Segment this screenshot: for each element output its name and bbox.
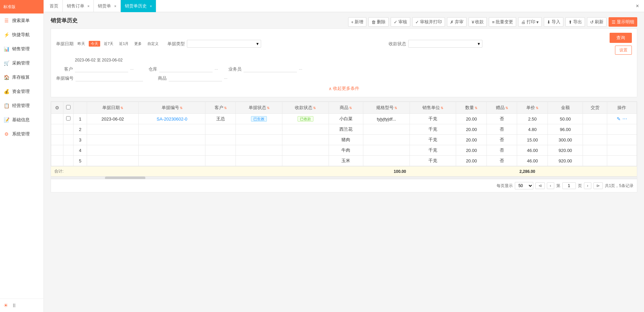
sidebar-item-sys-mgmt[interactable]: ⚙ 系统管理 [0,127,44,141]
doc-no-link-1[interactable]: SA-20230602-0 [157,116,187,122]
filter-warehouse-input[interactable] [159,66,213,72]
filter-warehouse-dots[interactable]: ··· [215,67,218,72]
sidebar-item-purchase-mgmt[interactable]: 🛒 采购管理 [0,56,44,70]
th-customer[interactable]: 客户 ⇅ [205,102,236,114]
th-doc-no[interactable]: 单据编号 ⇅ [139,102,205,114]
td-doc-date-1: 2023-06-02 [87,114,139,124]
td-unit-price-1: 2.50 [517,114,548,124]
filter-goods-input[interactable] [169,75,222,81]
collapse-button[interactable]: ∧ 收起更多条件 [327,84,361,93]
tab-sales-history[interactable]: 销货单历史 × [121,0,156,12]
date-range-options: 昨天 今天 近7天 近1月 更多 自定义 [76,41,161,47]
search-menu-icon: ☰ [3,18,9,24]
abandon-button[interactable]: ✗ 弃审 [447,17,467,27]
filter-customer-input[interactable] [75,66,128,72]
date-custom[interactable]: 自定义 [145,41,161,47]
collect-icon: ¥ [472,20,474,25]
next-page-btn[interactable]: › [584,182,591,189]
page-size-select[interactable]: 50 100 200 [515,182,533,189]
filter-doc-type-select[interactable]: ▾ [187,40,261,48]
th-spec[interactable]: 规格型号 ⇅ [363,102,410,114]
filter-customer-dots[interactable]: ··· [130,67,134,72]
collect-button[interactable]: ¥ 收款 [469,17,487,27]
query-button[interactable]: 查询 [610,33,632,43]
date-yesterday[interactable]: 昨天 [76,41,87,47]
sort-collect-status-icon: ⇅ [313,106,316,110]
settings-icon[interactable]: ⚙ [55,105,59,110]
date-7days[interactable]: 近7天 [102,41,115,47]
td-unit-price-3: 15.00 [517,135,548,145]
th-qty[interactable]: 数量 ⇅ [456,102,487,114]
horizontal-scrollbar[interactable] [51,176,637,179]
th-goods[interactable]: 商品 ⇅ [329,102,363,114]
sidebar-item-label-operations: 经营管理 [12,103,30,109]
sidebar-item-search-menu[interactable]: ☰ 搜索菜单 [0,14,44,28]
filter-salesperson: 业务员 ··· [225,66,302,72]
th-settings[interactable]: ⚙ [51,102,63,114]
sidebar-item-sales-mgmt[interactable]: 📊 销售管理 [0,42,44,56]
batch-change-button[interactable]: ≡ 批量变更 [489,17,516,27]
export-button[interactable]: ⬆ 导出 [565,17,585,27]
td-settings-5 [51,156,63,166]
prev-page-btn[interactable]: ‹ [547,182,554,189]
th-gift[interactable]: 赠品 ⇅ [487,102,517,114]
refresh-icon: ↺ [590,20,594,25]
purchase-mgmt-icon: 🛒 [3,60,9,66]
row-checkbox-1[interactable] [66,116,71,121]
th-unit[interactable]: 销售单位 ⇅ [410,102,456,114]
sort-doc-status-icon: ⇅ [267,106,270,110]
set-button[interactable]: 设置 [615,46,632,55]
sidebar-bottom-icon2[interactable]: ⏸ [11,303,17,309]
audit-print-button[interactable]: ✓ 审核并打印 [412,17,445,27]
th-unit-price[interactable]: 单价 ⇅ [517,102,548,114]
page-input[interactable] [562,182,576,189]
table-row: 2 西兰花 千克 20.00 否 4.80 96.00 [51,124,637,135]
td-qty-4: 20.00 [456,145,487,156]
th-doc-status[interactable]: 单据状态 ⇅ [236,102,282,114]
filter-doc-no-input[interactable] [76,75,143,81]
print-icon: 🖨 [521,20,526,25]
sidebar-item-quick-nav[interactable]: ⚡ 快捷导航 [0,28,44,42]
sidebar-item-finance[interactable]: 💰 资金管理 [0,84,44,99]
th-collect-status[interactable]: 收款状态 ⇅ [282,102,329,114]
date-more[interactable]: 更多 [132,41,144,47]
tab-sales-delivery-close[interactable]: × [114,4,116,8]
footer-total-amount: 2,286.00 [506,169,549,174]
audit-button[interactable]: ✓ 审核 [391,17,410,27]
date-1month[interactable]: 近1月 [117,41,131,47]
last-page-btn[interactable]: ⊳ [593,182,603,189]
date-today[interactable]: 今天 [89,41,100,47]
tab-home[interactable]: 首页 [46,0,63,12]
sidebar-item-label-sys-mgmt: 系统管理 [12,131,30,137]
delete-button[interactable]: 🗑 删除 [368,17,389,27]
action-more-1[interactable]: ⋯ [622,116,627,122]
first-page-btn[interactable]: ⊲ [535,182,545,189]
filter-customer-label: 客户 [56,66,73,72]
tab-sales-delivery[interactable]: 销货单 × [94,0,120,12]
sidebar-item-operations[interactable]: 📋 经营管理 [0,99,44,113]
filter-salesperson-dots[interactable]: ··· [299,67,302,72]
sidebar-item-inventory[interactable]: 🏠 库存核算 [0,70,44,84]
refresh-button[interactable]: ↺ 刷新 [587,17,607,27]
show-detail-button[interactable]: ☰ 显示明细 [609,17,637,27]
sidebar-bottom-icon1[interactable]: ☀ [3,302,8,309]
select-all-checkbox[interactable] [66,105,71,109]
td-action-3 [607,135,637,145]
print-button[interactable]: 🖨 打印 ▾ [518,17,542,27]
tab-close-all[interactable]: × [633,3,642,9]
tab-sales-order[interactable]: 销售订单 × [63,0,94,12]
td-action-4 [607,145,637,156]
td-unit-5: 千克 [410,156,456,166]
filter-collect-status-select[interactable]: ▾ [408,40,482,48]
filter-salesperson-input[interactable] [244,66,297,72]
td-customer-3 [205,135,236,145]
import-button[interactable]: ⬇ 导入 [544,17,563,27]
action-edit-1[interactable]: ✎ [617,116,621,122]
th-doc-date[interactable]: 单据日期 ⇅ [87,102,139,114]
add-button[interactable]: + 新增 [348,17,367,27]
filter-goods-dots[interactable]: ··· [224,76,227,81]
td-checkbox-1 [63,114,74,124]
sidebar-item-basic-info[interactable]: 📝 基础信息 [0,113,44,127]
tab-sales-order-close[interactable]: × [87,4,89,8]
tab-sales-history-close[interactable]: × [150,4,152,8]
